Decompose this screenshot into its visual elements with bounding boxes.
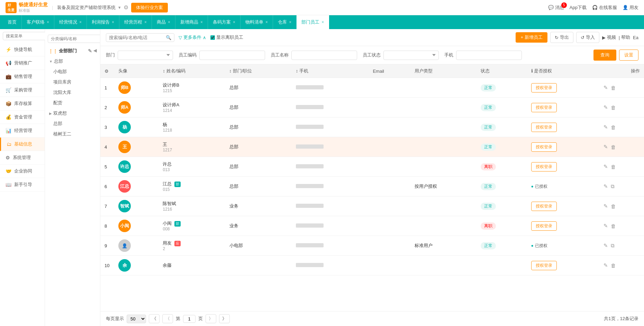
delete-btn[interactable]: 🗑	[611, 164, 616, 170]
close-bom-tab[interactable]: ×	[265, 20, 268, 25]
prev-page-btn[interactable]: 〈	[162, 314, 173, 323]
settings-btn[interactable]: 设置	[619, 50, 638, 61]
auth-btn[interactable]: 授权登录	[531, 83, 557, 92]
tab-home[interactable]: 首页	[3, 15, 22, 29]
th-dept[interactable]: ↕ 部门/职位	[225, 64, 292, 78]
settings-icon[interactable]: ⚙	[124, 4, 128, 11]
delete-btn[interactable]: 🗑	[611, 104, 616, 111]
close-history-tab[interactable]: ×	[144, 20, 147, 25]
sidebar-item-guide[interactable]: 📖 新手引导	[0, 178, 45, 192]
edit-btn[interactable]: ✎	[604, 223, 608, 229]
delete-btn[interactable]: 🗑	[611, 203, 616, 209]
dept-item-peihuo[interactable]: 配货	[45, 98, 100, 108]
filter-status-select[interactable]	[383, 51, 439, 60]
dept-search-input[interactable]	[48, 35, 100, 43]
app-download-btn[interactable]: App下载	[570, 5, 587, 11]
tab-profit[interactable]: 利润报告 ×	[87, 15, 119, 29]
filter-phone-input[interactable]	[456, 51, 522, 60]
sidebar-item-sales[interactable]: 💼 销售管理	[0, 70, 45, 83]
all-dept-label[interactable]: 全部部门	[59, 48, 77, 54]
dept-item-xiangmu[interactable]: 项目库房	[45, 77, 100, 87]
close-barcode-tab[interactable]: ×	[233, 20, 235, 25]
tab-customer[interactable]: 客户联络 ×	[22, 15, 54, 29]
page-size-select[interactable]: 50 100	[127, 315, 146, 323]
sidebar-item-marketing[interactable]: 📢 营销推广	[0, 56, 45, 70]
copy-btn[interactable]: ⧉	[611, 243, 615, 249]
th-name[interactable]: ↕ 姓名/编码	[158, 64, 225, 78]
auth-btn[interactable]: 授权登录	[531, 261, 557, 270]
help-btn[interactable]: | 帮助	[619, 34, 630, 41]
dept-item-zhishu[interactable]: 植树王二	[45, 129, 100, 139]
dept-item-shenyang[interactable]: 沈阳大库	[45, 87, 100, 98]
edit-btn[interactable]: ✎	[604, 85, 608, 91]
tab-bom[interactable]: 物料清单 ×	[241, 15, 273, 29]
sidebar-item-business[interactable]: 📊 经营管理	[0, 124, 45, 138]
close-goods-tab[interactable]: ×	[168, 20, 170, 25]
import-btn[interactable]: ↺ 导入	[576, 32, 599, 43]
close-profit-tab[interactable]: ×	[112, 20, 114, 25]
auth-btn[interactable]: 授权登录	[531, 221, 557, 231]
delete-btn[interactable]: 🗑	[611, 124, 616, 130]
delete-btn[interactable]: 🗑	[611, 223, 616, 229]
copy-btn[interactable]: ⧉	[611, 183, 615, 190]
tab-operation[interactable]: 经营情况 ×	[54, 15, 87, 29]
dept-item-shuanghu[interactable]: ▶ 双虎想	[45, 108, 100, 118]
sidebar-item-collab[interactable]: 🤝 企业协同	[0, 165, 45, 178]
page-input[interactable]	[183, 315, 196, 323]
last-page-btn[interactable]: 》	[219, 314, 230, 323]
tab-history[interactable]: 经营历程 ×	[119, 15, 152, 29]
close-operation-tab[interactable]: ×	[79, 20, 82, 25]
edit-btn[interactable]: ✎	[604, 262, 608, 268]
edit-btn[interactable]: ✎	[604, 164, 608, 170]
auth-btn[interactable]: 授权登录	[531, 142, 557, 152]
online-service-btn[interactable]: 🎧 在线客服	[592, 5, 617, 11]
export-btn[interactable]: ↻ 导出	[550, 32, 573, 43]
sidebar-item-finance[interactable]: 💰 资金管理	[0, 111, 45, 124]
close-add-goods-tab[interactable]: ×	[200, 20, 203, 25]
edit-btn[interactable]: ✎	[604, 144, 608, 150]
dept-item-zongbu[interactable]: ▼ 总部	[45, 56, 100, 67]
message-btn[interactable]: 💬 消息 5	[548, 5, 564, 11]
filter-code-input[interactable]	[199, 51, 265, 60]
th-phone[interactable]: ↕ 手机	[292, 64, 369, 78]
tab-goods[interactable]: 商品 ×	[152, 15, 175, 29]
edit-btn[interactable]: ✎	[604, 203, 608, 209]
system-dropdown-icon[interactable]: ▾	[118, 5, 121, 10]
filter-dept-select[interactable]	[118, 51, 173, 60]
sidebar-item-purchase[interactable]: 🛒 采购管理	[0, 83, 45, 97]
edit-btn[interactable]: ✎	[604, 243, 608, 249]
auth-btn[interactable]: 授权登录	[531, 103, 557, 112]
close-employee-tab[interactable]: ×	[321, 20, 324, 25]
next-page-btn[interactable]: 〉	[206, 314, 216, 323]
view-btn[interactable]: ▶ 视频	[602, 34, 616, 41]
search-btn[interactable]: 查询	[593, 50, 616, 61]
more-filter-btn[interactable]: ▽ 更多条件 ∧	[179, 34, 206, 41]
dept-item-zongbu2[interactable]: 总部	[45, 118, 100, 129]
user-btn[interactable]: 👤 用友	[623, 5, 638, 11]
tab-add-goods[interactable]: 新增商品 ×	[175, 15, 208, 29]
tab-warehouse[interactable]: 仓库 ×	[273, 15, 297, 29]
sidebar-item-nav[interactable]: ⚡ 快捷导航	[0, 43, 45, 56]
close-customer-tab[interactable]: ×	[47, 20, 49, 25]
search-icon[interactable]: 🔍	[166, 35, 171, 40]
edit-btn[interactable]: ✎	[604, 183, 608, 190]
dept-collapse-icon[interactable]: ◀	[93, 48, 97, 54]
search-input[interactable]	[109, 35, 164, 40]
add-employee-btn[interactable]: + 新增员工	[516, 32, 547, 43]
trial-btn[interactable]: 体验行业方案	[131, 3, 168, 12]
close-warehouse-tab[interactable]: ×	[289, 20, 291, 25]
filter-name-input[interactable]	[291, 51, 357, 60]
tab-employee[interactable]: 部门员工 ×	[297, 15, 329, 29]
sidebar-item-basic[interactable]: 🗂 基础信息	[0, 138, 45, 151]
auth-btn[interactable]: 授权登录	[531, 123, 557, 132]
tab-barcode[interactable]: 条码方案 ×	[208, 15, 241, 29]
sidebar-item-inventory[interactable]: 📦 库存核算	[0, 97, 45, 111]
auth-btn[interactable]: 授权登录	[531, 202, 557, 211]
dept-edit-icon[interactable]: ✎	[88, 48, 92, 54]
dept-item-xiaodian[interactable]: 小电部	[45, 67, 100, 77]
delete-btn[interactable]: 🗑	[611, 262, 616, 268]
first-page-btn[interactable]: 《	[149, 314, 160, 323]
sidebar-item-system[interactable]: ⚙ 系统管理	[0, 151, 45, 165]
delete-btn[interactable]: 🗑	[611, 144, 616, 150]
auth-btn[interactable]: 授权登录	[531, 162, 557, 171]
